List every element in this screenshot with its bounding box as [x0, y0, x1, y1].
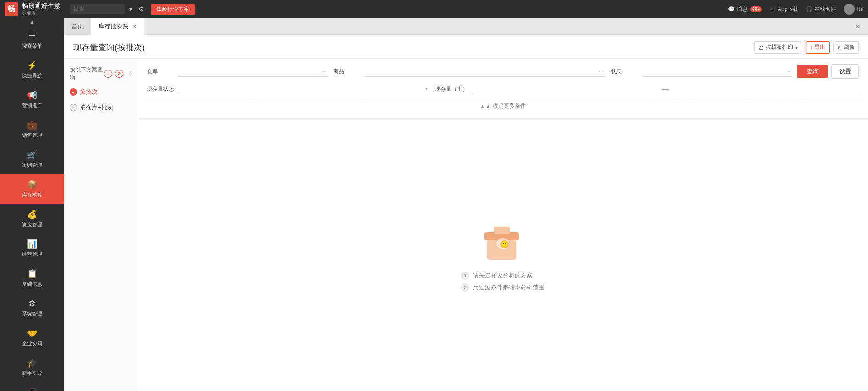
online-service-button[interactable]: 🎧 在线客服 [806, 5, 836, 13]
sidebar-item-operation[interactable]: 📊 经营管理 [0, 234, 64, 263]
filter-row-2: 现存量状态 ▾ 现存量（主） — [147, 83, 859, 94]
filter-action-btns: 查询 设置 [797, 64, 859, 79]
stock-status-select[interactable] [178, 83, 423, 94]
topbar-dropdown[interactable]: ▾ [129, 6, 132, 12]
app-logo: 畅 [5, 2, 18, 16]
headset-icon: 🎧 [806, 6, 813, 12]
search-menu-icon: ☰ [28, 31, 36, 41]
collapse-panel-icon[interactable]: 《 [126, 70, 132, 78]
search-input[interactable] [70, 4, 125, 14]
tab-extra: ✕ [853, 21, 868, 32]
sidebar-item-basic[interactable]: 📋 基础信息 [0, 263, 64, 293]
sidebar-item-system[interactable]: ⚙ 系统管理 [0, 293, 64, 323]
goods-label: 商品 [333, 68, 361, 76]
print-template-button[interactable]: 🖨 按模板打印 ▾ [754, 41, 802, 54]
tab-bar: 首页 库存批次账 ✕ ✕ [64, 18, 868, 35]
stock-qty-filter: 现存量（主） — [435, 83, 859, 94]
sidebar-item-sales[interactable]: 💼 销售管理 [0, 114, 64, 144]
gear-icon: ⚙ [28, 299, 36, 309]
sidebar-item-purchase[interactable]: 🛒 采购管理 [0, 144, 64, 174]
sidebar-item-shortcut[interactable]: ⚡ 快捷导航 [0, 55, 64, 85]
stock-qty-range: — [472, 83, 859, 94]
sidebar-item-inventory[interactable]: 📦 库存核算 [0, 174, 64, 204]
sidebar-item-corp[interactable]: 🤝 企业协同 [0, 323, 64, 353]
svg-text:😶: 😶 [500, 240, 509, 249]
goods-filter: 商品 ··· [333, 66, 605, 77]
sidebar-item-finance[interactable]: 💰 资金管理 [0, 204, 64, 234]
left-panel: 按以下方案查询 + ⚙ 《 ● 按批次 ○ 按仓库+批次 [64, 59, 137, 391]
tab-close-button[interactable]: ✕ [132, 23, 137, 30]
chart-icon: 📊 [27, 239, 37, 249]
exp-industry-button[interactable]: 体验行业方案 [151, 4, 195, 15]
sidebar-item-newbie[interactable]: 🎓 新手引导 [0, 353, 64, 382]
right-panel: 仓库 ··· 商品 ··· [137, 59, 868, 391]
stock-qty-max-input[interactable] [671, 83, 859, 94]
filter-row-1: 仓库 ··· 商品 ··· [147, 64, 859, 79]
msg-button[interactable]: 💬 消息 99+ [728, 5, 762, 13]
plan-active-icon: ● [70, 88, 77, 96]
warehouse-label: 仓库 [147, 68, 174, 76]
filter-area: 仓库 ··· 商品 ··· [137, 59, 868, 119]
add-plan-icon[interactable]: + [104, 70, 112, 78]
msg-badge: 99+ [750, 6, 762, 12]
sidebar-scroll-up[interactable]: ▲ [0, 18, 64, 25]
settings-plan-icon[interactable]: ⚙ [115, 70, 123, 78]
topbar-right: 💬 消息 99+ 📱 App下载 🎧 在线客服 Rit [728, 4, 863, 15]
user-avatar-area[interactable]: Rit [844, 4, 863, 15]
handshake-icon: 🤝 [27, 328, 37, 338]
app-download-button[interactable]: 📱 App下载 [769, 5, 798, 13]
plan-item-by-batch[interactable]: ● 按批次 [64, 84, 137, 100]
stock-qty-label: 现存量（主） [435, 85, 468, 93]
briefcase-icon: 💼 [27, 120, 37, 130]
warehouse-input[interactable] [178, 66, 319, 76]
sidebar-item-marketing[interactable]: 📢 营销推广 [0, 85, 64, 114]
status-select-wrapper: ▾ [642, 66, 792, 77]
stock-status-select-wrapper: ▾ [178, 83, 429, 94]
goods-field-wrapper: ··· [364, 66, 605, 77]
content-body: 按以下方案查询 + ⚙ 《 ● 按批次 ○ 按仓库+批次 [64, 59, 868, 391]
graduation-icon: 🎓 [27, 358, 37, 368]
printer-icon: 🖨 [758, 44, 764, 51]
collapse-up-icon: ▲▲ [480, 103, 491, 109]
stock-qty-min-input[interactable] [472, 83, 659, 94]
svg-rect-2 [494, 227, 510, 234]
empty-hint-1: 1 请先选择要分析的方案 [461, 272, 544, 280]
stock-qty-sep: — [662, 85, 668, 92]
collapse-more-button[interactable]: ▲▲ 收起更多条件 [147, 99, 859, 113]
status-dropdown-icon: ▾ [786, 69, 792, 74]
query-button[interactable]: 查询 [797, 65, 828, 78]
empty-illustration: 😶 [480, 218, 526, 264]
page-content: 现存量查询(按批次) 🖨 按模板打印 ▾ ↑ 导出 ↻ 刷新 [64, 35, 868, 391]
topbar: 畅 畅康通好生意 标准版 ▾ ⚙ 体验行业方案 💬 消息 99+ 📱 App下载… [0, 0, 868, 18]
warehouse-more-icon[interactable]: ··· [319, 67, 328, 76]
page-title: 现存量查询(按批次) [73, 42, 145, 53]
tab-home[interactable]: 首页 [64, 18, 91, 35]
status-filter: 状态 ▾ [611, 66, 792, 77]
lightning-icon: ⚡ [27, 60, 37, 71]
empty-state: 😶 1 请先选择要分析的方案 2 用过滤条件来缩小分析范围 [137, 119, 868, 391]
sidebar: ▲ ☰ 搜索菜单 ⚡ 快捷导航 📢 营销推广 💼 销售管理 🛒 采购管理 📦 库… [0, 18, 64, 391]
sidebar-item-apps[interactable]: 📱 应用中心 [0, 382, 64, 391]
status-label: 状态 [611, 68, 638, 76]
msg-icon: 💬 [728, 6, 735, 12]
money-icon: 💰 [27, 209, 37, 219]
stock-status-filter: 现存量状态 ▾ [147, 83, 429, 94]
settings-icon[interactable]: ⚙ [137, 4, 146, 15]
export-button[interactable]: ↑ 导出 [806, 41, 830, 54]
warehouse-filter: 仓库 ··· [147, 66, 328, 77]
content-area: 首页 库存批次账 ✕ ✕ 现存量查询(按批次) 🖨 按模板打印 ▾ [64, 18, 868, 391]
status-select[interactable] [642, 66, 786, 76]
goods-input[interactable] [364, 66, 597, 76]
stock-status-label: 现存量状态 [147, 85, 174, 93]
filter-settings-button[interactable]: 设置 [831, 64, 859, 79]
tab-batch-account[interactable]: 库存批次账 ✕ [91, 18, 144, 35]
refresh-button[interactable]: ↻ 刷新 [833, 41, 859, 54]
sidebar-item-search[interactable]: ☰ 搜索菜单 [0, 25, 64, 55]
stock-status-dropdown-icon: ▾ [423, 86, 429, 91]
plan-item-by-warehouse-batch[interactable]: ○ 按仓库+批次 [64, 100, 137, 115]
tab-bar-close-button[interactable]: ✕ [853, 21, 863, 32]
goods-more-icon[interactable]: ··· [597, 67, 605, 76]
warehouse-field-wrapper: ··· [178, 66, 328, 77]
print-dropdown-icon: ▾ [795, 44, 798, 51]
plan-inactive-icon: ○ [70, 104, 77, 111]
